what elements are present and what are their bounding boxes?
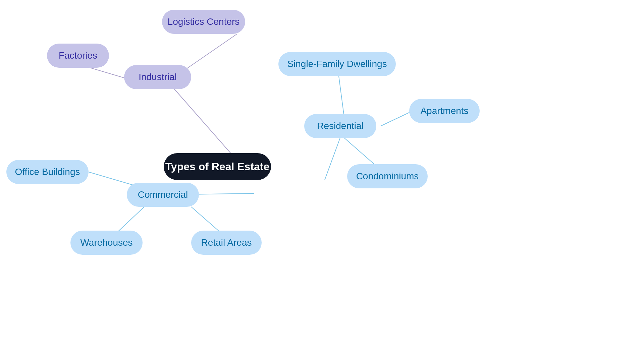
- retail-areas-node[interactable]: Retail Areas: [191, 231, 262, 255]
- center-node[interactable]: Types of Real Estate: [164, 153, 271, 180]
- industrial-label: Industrial: [139, 72, 177, 82]
- single-family-label: Single-Family Dwellings: [287, 59, 387, 69]
- residential-label: Residential: [317, 121, 364, 131]
- commercial-node[interactable]: Commercial: [127, 183, 199, 207]
- svg-line-8: [89, 172, 134, 185]
- industrial-node[interactable]: Industrial: [124, 65, 191, 89]
- logistics-node[interactable]: Logistics Centers: [162, 10, 245, 34]
- factories-label: Factories: [59, 50, 97, 61]
- office-buildings-label: Office Buildings: [15, 167, 80, 177]
- residential-node[interactable]: Residential: [304, 114, 376, 138]
- condominiums-node[interactable]: Condominiums: [347, 164, 428, 188]
- retail-areas-label: Retail Areas: [201, 237, 252, 248]
- svg-line-5: [381, 111, 413, 126]
- condominiums-label: Condominiums: [356, 171, 419, 182]
- apartments-label: Apartments: [420, 106, 468, 116]
- logistics-label: Logistics Centers: [168, 16, 240, 27]
- center-label: Types of Real Estate: [165, 161, 270, 173]
- office-buildings-node[interactable]: Office Buildings: [6, 160, 89, 184]
- commercial-label: Commercial: [138, 189, 188, 200]
- apartments-node[interactable]: Apartments: [409, 99, 480, 123]
- factories-node[interactable]: Factories: [47, 44, 109, 68]
- svg-line-4: [339, 76, 344, 119]
- warehouses-label: Warehouses: [80, 237, 132, 248]
- warehouses-node[interactable]: Warehouses: [70, 231, 143, 255]
- single-family-node[interactable]: Single-Family Dwellings: [278, 52, 396, 76]
